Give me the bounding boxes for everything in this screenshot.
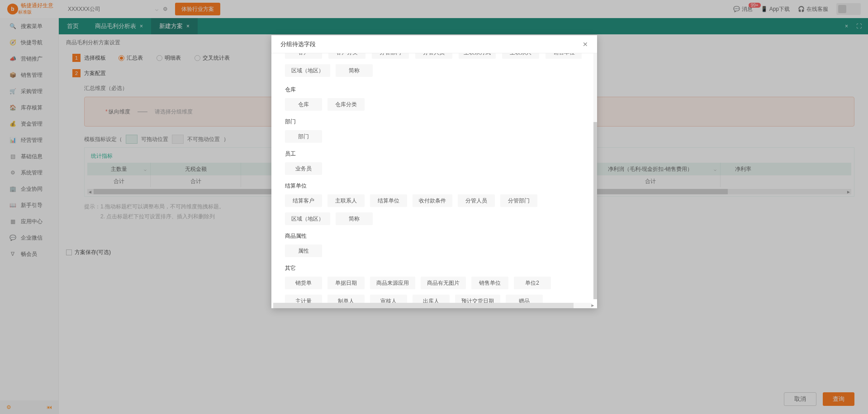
group-title: 部门 bbox=[285, 118, 582, 126]
field-group: 其它销货单单据日期商品来源应用商品有无图片销售单位单位2主计量制单人审核人出库人… bbox=[285, 264, 582, 308]
modal-horizontal-scrollbar[interactable]: ► bbox=[273, 303, 592, 308]
field-token[interactable]: 分管人员 bbox=[458, 194, 495, 207]
field-token[interactable]: 主联系人 bbox=[502, 53, 539, 59]
scroll-thumb[interactable] bbox=[593, 122, 597, 299]
scroll-thumb[interactable] bbox=[273, 303, 574, 308]
field-token[interactable]: 商品来源应用 bbox=[370, 277, 415, 289]
modal-header: 分组待选字段 ✕ bbox=[271, 35, 597, 53]
field-modal: 分组待选字段 ✕ 客户客户分类分管部门分管人员主联系方式主联系人销售单位 区域（… bbox=[271, 35, 597, 308]
field-token[interactable]: 销货单 bbox=[285, 277, 322, 289]
field-token[interactable]: 部门 bbox=[285, 130, 322, 143]
field-token[interactable]: 主联系方式 bbox=[459, 53, 496, 59]
field-token[interactable]: 结算客户 bbox=[285, 194, 322, 207]
modal-vertical-scrollbar[interactable] bbox=[593, 53, 597, 299]
field-row: 业务员 bbox=[285, 162, 582, 175]
field-token[interactable]: 分管部门 bbox=[372, 53, 409, 59]
field-group: 结算单位结算客户主联系人结算单位收付款条件分管人员分管部门区域（地区）简称 bbox=[285, 182, 582, 225]
modal-close-icon[interactable]: ✕ bbox=[583, 41, 588, 48]
modal-content: 客户客户分类分管部门分管人员主联系方式主联系人销售单位 区域（地区）简称 仓库仓… bbox=[271, 53, 595, 308]
field-token[interactable]: 分管部门 bbox=[500, 194, 537, 207]
group-title: 其它 bbox=[285, 264, 582, 272]
field-token[interactable]: 仓库分类 bbox=[327, 98, 365, 111]
field-token[interactable]: 简称 bbox=[336, 212, 373, 225]
field-token[interactable]: 结算单位 bbox=[370, 194, 407, 207]
scroll-right-icon: ► bbox=[591, 303, 595, 308]
field-token[interactable]: 客户分类 bbox=[328, 53, 365, 59]
field-token[interactable]: 仓库 bbox=[285, 98, 322, 111]
group-title: 结算单位 bbox=[285, 182, 582, 190]
field-token[interactable]: 区域（地区） bbox=[285, 212, 330, 225]
field-token[interactable]: 销售单位 bbox=[471, 277, 508, 289]
field-token[interactable]: 收付款条件 bbox=[413, 194, 452, 207]
field-token[interactable]: 属性 bbox=[285, 245, 322, 257]
field-group: 部门部门 bbox=[285, 118, 582, 143]
field-row: 部门 bbox=[285, 130, 582, 143]
modal-body: 客户客户分类分管部门分管人员主联系方式主联系人销售单位 区域（地区）简称 仓库仓… bbox=[271, 53, 597, 308]
field-token[interactable]: 销售单位 bbox=[545, 53, 582, 59]
field-group: 员工业务员 bbox=[285, 150, 582, 175]
field-token[interactable]: 区域（地区） bbox=[285, 64, 330, 77]
field-token[interactable]: 业务员 bbox=[285, 162, 322, 175]
group-title: 仓库 bbox=[285, 86, 582, 94]
field-token[interactable]: 商品有无图片 bbox=[421, 277, 466, 289]
field-row: 结算客户主联系人结算单位收付款条件分管人员分管部门区域（地区）简称 bbox=[285, 194, 582, 225]
field-token[interactable]: 客户 bbox=[285, 53, 322, 59]
field-token[interactable]: 分管人员 bbox=[415, 53, 452, 59]
field-token[interactable]: 简称 bbox=[336, 64, 373, 77]
field-group: 仓库仓库仓库分类 bbox=[285, 86, 582, 111]
modal-title: 分组待选字段 bbox=[280, 40, 316, 48]
field-token[interactable]: 主联系人 bbox=[327, 194, 365, 207]
field-group: 商品属性属性 bbox=[285, 232, 582, 257]
field-row: 仓库仓库分类 bbox=[285, 98, 582, 111]
group-title: 商品属性 bbox=[285, 232, 582, 240]
field-row: 属性 bbox=[285, 245, 582, 257]
field-token[interactable]: 单位2 bbox=[514, 277, 551, 289]
field-token[interactable]: 单据日期 bbox=[327, 277, 365, 289]
field-row: 区域（地区）简称 bbox=[285, 64, 582, 77]
group-title: 员工 bbox=[285, 150, 582, 158]
field-row-truncated: 客户客户分类分管部门分管人员主联系方式主联系人销售单位 bbox=[285, 53, 582, 59]
